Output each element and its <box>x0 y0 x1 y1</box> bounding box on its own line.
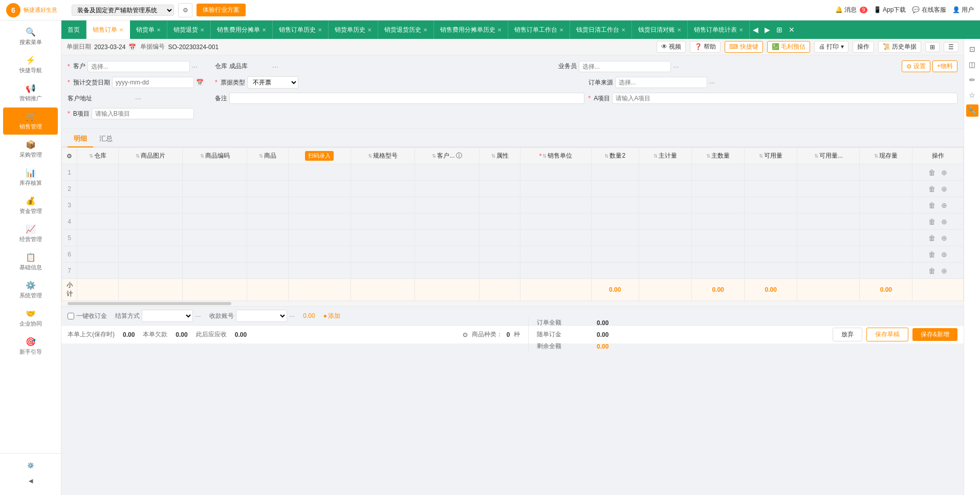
row-delete-btn-1[interactable]: 🗑 <box>927 167 937 178</box>
sidebar-item-basics[interactable]: 📋 基础信息 <box>3 248 58 275</box>
pay-more-icon[interactable]: ··· <box>195 312 201 320</box>
sidebar-item-marketing[interactable]: 📢 营销推广 <box>3 79 58 106</box>
add-btn[interactable]: ● 添加 <box>323 312 340 320</box>
invoice-select[interactable]: 不开票 <box>247 76 298 89</box>
pay-method-select[interactable] <box>142 310 193 322</box>
a-project-input[interactable] <box>612 93 957 104</box>
right-panel-btn-3[interactable]: ✏ <box>966 74 978 86</box>
tab-close-all-btn[interactable]: ✕ <box>786 20 798 39</box>
staff-more-icon[interactable]: ··· <box>673 62 679 71</box>
save-draft-button[interactable]: 保存草稿 <box>866 328 908 341</box>
customer-more-icon[interactable]: ··· <box>192 62 198 71</box>
tab-detail[interactable]: 明细 <box>68 131 93 147</box>
row-delete-btn-5[interactable]: 🗑 <box>927 233 937 243</box>
tab-close-icon[interactable]: ✕ <box>262 27 266 33</box>
settings-icon[interactable]: ⚙ <box>178 3 192 17</box>
message-btn[interactable]: 🔔 消息 9 <box>835 6 867 14</box>
tab-close-icon[interactable]: ✕ <box>318 27 322 33</box>
row-delete-btn-4[interactable]: 🗑 <box>927 217 937 227</box>
tab-summary[interactable]: 汇总 <box>93 131 119 147</box>
note-input[interactable] <box>229 93 584 104</box>
view-grid-btn[interactable]: ⊞ <box>925 42 940 52</box>
right-panel-btn-4[interactable]: ☆ <box>966 89 978 101</box>
sidebar-item-search[interactable]: 🔍 搜索菜单 <box>3 23 58 50</box>
tab-prev-btn[interactable]: ◀ <box>750 20 761 39</box>
tab-close-icon[interactable]: ✕ <box>200 27 204 33</box>
delivery-input[interactable] <box>112 77 194 88</box>
warehouse-more-icon[interactable]: ··· <box>272 62 278 71</box>
sidebar-settings-btn[interactable]: ⚙️ <box>3 458 58 473</box>
app-download-btn[interactable]: 📱 App下载 <box>874 6 906 14</box>
tab-close-icon[interactable]: ✕ <box>119 27 123 33</box>
row-delete-btn-3[interactable]: 🗑 <box>927 200 937 210</box>
tab-reconcile[interactable]: 钱货日清对账 ✕ <box>632 20 688 39</box>
history-btn[interactable]: 📜 历史单据 <box>878 41 921 53</box>
right-panel-btn-5[interactable]: 🔧 <box>966 104 978 117</box>
tab-sales-order[interactable]: 销售订单 ✕ <box>86 20 130 39</box>
tab-workbench[interactable]: 销售订单工作台 ✕ <box>508 20 570 39</box>
tab-close-icon[interactable]: ✕ <box>157 27 161 33</box>
tab-fee-history[interactable]: 销售费用分摊单历史 ✕ <box>434 20 508 39</box>
sidebar-item-purchase[interactable]: 📦 采购管理 <box>3 136 58 163</box>
b-project-input[interactable] <box>92 108 194 119</box>
horizontal-scrollbar[interactable] <box>68 302 231 305</box>
right-panel-btn-2[interactable]: ◫ <box>966 58 978 71</box>
tab-goods-history[interactable]: 销货单历史 ✕ <box>329 20 378 39</box>
address-more-icon[interactable]: ··· <box>135 94 141 102</box>
industry-button[interactable]: 体验行业方案 <box>197 4 246 16</box>
tab-daily-clear[interactable]: 钱货日清工作台 ✕ <box>570 20 632 39</box>
row-copy-btn-6[interactable]: ⊕ <box>939 249 949 260</box>
delivery-calendar-icon[interactable]: 📅 <box>196 79 204 86</box>
sidebar-item-nav[interactable]: ⚡ 快捷导航 <box>3 51 58 78</box>
tab-stats[interactable]: 销售订单统计表 ✕ <box>688 20 750 39</box>
sidebar-item-finance[interactable]: 💰 资金管理 <box>3 192 58 219</box>
save-new-button[interactable]: 保存&新增 <box>912 328 957 341</box>
profit-btn[interactable]: 💹 毛利预估 <box>767 41 810 53</box>
print-btn[interactable]: 🖨 打印 ▾ <box>814 41 848 53</box>
row-copy-btn-3[interactable]: ⊕ <box>939 200 949 210</box>
add-item-btn[interactable]: +物料 <box>932 60 957 72</box>
sidebar-collapse-btn[interactable]: ◀ <box>3 474 58 488</box>
tab-close-icon[interactable]: ✕ <box>559 27 563 33</box>
staff-input[interactable] <box>579 61 671 72</box>
settings-btn[interactable]: ⚙ 设置 <box>902 60 930 72</box>
order-source-more-icon[interactable]: ··· <box>709 78 715 87</box>
calendar-icon[interactable]: 📅 <box>128 44 136 51</box>
video-btn[interactable]: 👁 视频 <box>657 41 686 53</box>
shortcut-btn[interactable]: ⌨ 快捷键 <box>725 41 763 53</box>
help-btn[interactable]: ❓ 帮助 <box>690 41 721 53</box>
online-support-btn[interactable]: 💬 在线客服 <box>912 6 946 14</box>
discard-button[interactable]: 放弃 <box>833 328 862 341</box>
account-select[interactable] <box>236 310 287 322</box>
tab-return-history[interactable]: 销货退货历史 ✕ <box>378 20 434 39</box>
operate-btn[interactable]: 操作 <box>853 41 874 53</box>
view-list-btn[interactable]: ☰ <box>944 42 959 52</box>
account-more-icon[interactable]: ··· <box>289 312 295 320</box>
sidebar-item-sales[interactable]: 🛒 销售管理 <box>3 107 58 135</box>
row-copy-btn-5[interactable]: ⊕ <box>939 233 949 243</box>
scan-button[interactable]: 扫码录入 <box>305 151 334 161</box>
tab-close-icon[interactable]: ✕ <box>739 27 743 33</box>
right-panel-btn-1[interactable]: ⊡ <box>966 43 978 55</box>
row-copy-btn-1[interactable]: ⊕ <box>939 167 949 178</box>
tab-close-icon[interactable]: ✕ <box>367 27 372 33</box>
customer-input[interactable] <box>88 61 190 72</box>
row-delete-btn-2[interactable]: 🗑 <box>927 184 937 194</box>
quick-checkout-checkbox[interactable] <box>68 313 74 319</box>
tab-close-icon[interactable]: ✕ <box>497 27 502 33</box>
tab-return[interactable]: 销货退货 ✕ <box>167 20 211 39</box>
tab-next-btn[interactable]: ▶ <box>761 20 773 39</box>
row-delete-btn-6[interactable]: 🗑 <box>927 249 937 260</box>
sidebar-item-system[interactable]: ⚙️ 系统管理 <box>3 276 58 304</box>
sidebar-item-inventory[interactable]: 📊 库存核算 <box>3 164 58 191</box>
system-dropdown[interactable]: 装备及固定资产辅助管理系统 <box>72 5 174 16</box>
row-copy-btn-4[interactable]: ⊕ <box>939 217 949 227</box>
user-avatar[interactable]: 👤 用户 <box>952 6 974 14</box>
tab-order-history[interactable]: 销售订单历史 ✕ <box>273 20 329 39</box>
sidebar-item-operations[interactable]: 📈 经营管理 <box>3 220 58 247</box>
tab-fee-split[interactable]: 销售费用分摊单 ✕ <box>211 20 273 39</box>
order-source-input[interactable] <box>615 77 707 88</box>
row-copy-btn-7[interactable]: ⊕ <box>939 266 949 276</box>
tab-close-icon[interactable]: ✕ <box>423 27 427 33</box>
tab-home[interactable]: 首页 <box>61 20 86 39</box>
